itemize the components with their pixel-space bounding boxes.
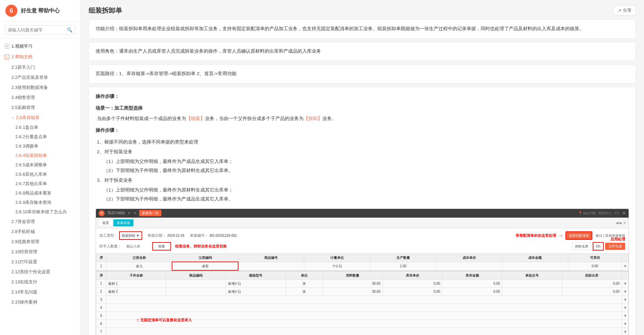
- sub-td-name-2: 板材 2: [106, 288, 166, 296]
- sidebar-item-2-4[interactable]: 2.4销售管理: [0, 93, 80, 103]
- app-billno-value: AD-20191226-001: [210, 233, 237, 238]
- table-row-sub-3: 3 ✕: [96, 296, 629, 304]
- search-box[interactable]: 🔍: [5, 25, 75, 35]
- sidebar-item-2-14[interactable]: 2.14常见问题: [0, 287, 80, 297]
- sidebar-item-2-6-4[interactable]: 2.6.4组装拆卸单: [0, 151, 80, 160]
- share-label: 分享: [623, 7, 632, 13]
- sidebar-item-2-8[interactable]: 2.8手机旺铺: [0, 227, 80, 237]
- annotation-bom: 有装配清单的在这里处理: [516, 232, 556, 239]
- app-save-btn[interactable]: 立即完成: [605, 243, 625, 250]
- sidebar-item-2-2[interactable]: 2.2产品安装及登录: [0, 72, 80, 82]
- app-new-btn[interactable]: 新建第一张: [139, 210, 161, 216]
- steps-card: 操作步骤： 场景一：加工类型选择 当由多个子件材料组装成一个成品的业务为【组装】…: [89, 87, 636, 335]
- sidebar-item-2-7[interactable]: 2.7资金管理: [0, 217, 80, 227]
- sidebar-label-2-13: 2.13在线支付: [11, 279, 37, 284]
- app-nav-icons: ◀ ▶ ✕: [616, 220, 626, 226]
- top-bar: 组装拆卸单 ↗ 分享: [80, 0, 644, 19]
- sub-td-seq-2: 2: [96, 288, 106, 296]
- app-business-toggle[interactable]: 组装: [152, 242, 171, 250]
- app-unit-label: 经手人数量：: [99, 243, 121, 249]
- sidebar-item-2-11[interactable]: 2.11打印设置: [0, 257, 80, 267]
- sub-td-unit-2: 块: [285, 288, 323, 296]
- sub-td-seq-1: 1: [96, 280, 106, 288]
- app-select-bom-btn[interactable]: 选择装配清单: [566, 231, 592, 240]
- app-tab-active[interactable]: 新建单据: [113, 219, 133, 226]
- app-close-icon[interactable]: ✕: [622, 210, 626, 217]
- sidebar-item-2-10[interactable]: 2.10经营管理: [0, 247, 80, 257]
- sidebar-item-1[interactable]: + 1.视频学习: [0, 41, 80, 52]
- sidebar-item-2[interactable]: − 2.帮助文档: [0, 52, 80, 62]
- td-del-1[interactable]: ✕: [622, 262, 629, 270]
- app-tab-home[interactable]: 首页: [99, 219, 113, 227]
- sidebar-item-2-12[interactable]: 2.12系统个性化设置: [0, 267, 80, 277]
- step2: 2、对于组装业务: [96, 148, 629, 156]
- content-area: 功能介绍：组装拆卸单用来处理企业组装或拆卸等加工业务，支持有固定装配清单的产品加…: [80, 19, 644, 335]
- app-logo-icon: 6: [99, 210, 105, 216]
- sidebar-item-2-6-8[interactable]: 2.6.8商品成本重算: [0, 188, 80, 198]
- sidebar-label-2-6-2: 2.6.2分量盘点单: [15, 134, 47, 139]
- sub-td-batch-2: [502, 288, 562, 296]
- sub-td-qty-1: 30.00: [323, 280, 382, 288]
- sub-td-del-4[interactable]: ✕: [622, 304, 629, 312]
- sidebar-item-2-5[interactable]: 2.5采购管理: [0, 103, 80, 113]
- td-code-1[interactable]: 桌形: [172, 262, 238, 270]
- sub-td-del-1[interactable]: ✕: [622, 280, 629, 288]
- step3-sub2: （2）下部明细为子件明细，最终作为产成品生成其它入库单。: [96, 196, 629, 203]
- share-button[interactable]: ↗ 分享: [613, 5, 636, 15]
- sidebar-item-2-6-3[interactable]: 2.6.3调拨单: [0, 142, 80, 151]
- sidebar-item-2-6-1[interactable]: 2.6.1盘点单: [0, 123, 80, 132]
- th-seq-upper: 序: [96, 254, 106, 262]
- app-process-toggle[interactable]: On: [593, 242, 604, 250]
- nav-children-2: 2.1新手入门 2.2产品安装及登录 2.3使用前数据准备 2.4销售管理 2.…: [0, 62, 80, 307]
- th-sub-spec: 规格型号: [226, 272, 285, 280]
- sidebar-item-2-6-7[interactable]: 2.6.7其他出库单: [0, 179, 80, 188]
- sidebar-item-2-6[interactable]: − 2.6库存核算: [0, 113, 80, 123]
- step3-sub1: （1）上部明细为父件明细，最终作为原材料生成其它出库单；: [96, 186, 629, 194]
- annotation-process: 启用处理: [610, 236, 625, 242]
- nav-tree: + 1.视频学习 − 2.帮助文档 2.1新手入门 2.2产品安装及登录 2.3…: [0, 38, 80, 335]
- logo-area: 6 好生意 帮助中心: [0, 0, 80, 22]
- search-icon[interactable]: 🔍: [67, 27, 72, 33]
- sidebar-label-2-11: 2.11打印设置: [11, 259, 37, 264]
- sidebar-item-2-15[interactable]: 2.15操作案例: [0, 297, 80, 307]
- sidebar-item-2-9[interactable]: 2.9优惠券管理: [0, 237, 80, 247]
- sidebar-item-2-6-10[interactable]: 2.6.10库存账本错了怎么办: [0, 207, 80, 217]
- sidebar-item-2-1[interactable]: 2.1新手入门: [0, 62, 80, 72]
- th-sub-actual: 实际出库: [562, 272, 622, 280]
- sub-td-price-2: 0.00: [382, 288, 442, 296]
- sub-td-del-2[interactable]: ✕: [622, 288, 629, 296]
- sidebar-item-2-13[interactable]: 2.13在线支付: [0, 277, 80, 287]
- sidebar-label-2-6-1: 2.6.1盘点单: [15, 125, 38, 130]
- sub-td-del-3[interactable]: ✕: [622, 296, 629, 304]
- page-title: 组装拆卸单: [89, 6, 122, 15]
- sidebar-item-2-3[interactable]: 2.3使用前数据准备: [0, 82, 80, 93]
- sub-td-del-5[interactable]: ✕: [622, 312, 629, 320]
- th-inventory: 可库存: [568, 254, 622, 262]
- annotation-business: 组装业务、拆卸业务在这里切换: [175, 243, 227, 249]
- sub-td-actual-1: 0.00: [562, 280, 622, 288]
- sidebar-label-2-6-9: 2.6.9库存账本查询: [15, 200, 51, 205]
- sidebar-item-2-6-9[interactable]: 2.6.9库存账本查询: [0, 198, 80, 207]
- sub-td-del-6[interactable]: ✕: [622, 320, 629, 328]
- th-sub-seq: 序: [96, 272, 106, 280]
- sidebar-label-2-6-8: 2.6.8商品成本重算: [15, 190, 51, 196]
- td-cost-amount-1: [502, 262, 568, 270]
- sub-td-name-1: 板材 1: [106, 280, 166, 288]
- path-text: 页面路径：1、库存核算->库存管理->组装拆卸单 2、首页->常用功能: [96, 71, 236, 76]
- app-unit-value: 默认入库: [127, 243, 140, 249]
- sub-td-del-7[interactable]: ✕: [622, 328, 629, 335]
- search-input[interactable]: [8, 27, 67, 33]
- sidebar-item-2-6-5[interactable]: 2.6.5成本调整单: [0, 160, 80, 170]
- td-seq-1: 1: [96, 262, 106, 270]
- sidebar-label-2-8: 2.8手机旺铺: [11, 229, 35, 234]
- app-date-value: 2019-12-26: [167, 233, 184, 238]
- app-warehouse-search[interactable]: 供给仓库: [572, 242, 591, 250]
- intro-card: 功能介绍：组装拆卸单用来处理企业组装或拆卸等加工业务，支持有固定装配清单的产品加…: [89, 19, 636, 39]
- share-icon: ↗: [618, 8, 622, 13]
- logo-text: 好生意 帮助中心: [21, 7, 60, 14]
- app-type-input[interactable]: 组装拆卸 ▼: [119, 231, 142, 240]
- sidebar-item-2-6-6[interactable]: 2.6.6其他入库单: [0, 170, 80, 179]
- annotation-nolist: ↑ 无固定清单可以直接在这里录入: [136, 316, 192, 325]
- app-dropdown-icon[interactable]: ▼: [127, 210, 131, 216]
- sidebar-item-2-6-2[interactable]: 2.6.2分量盘点单: [0, 132, 80, 142]
